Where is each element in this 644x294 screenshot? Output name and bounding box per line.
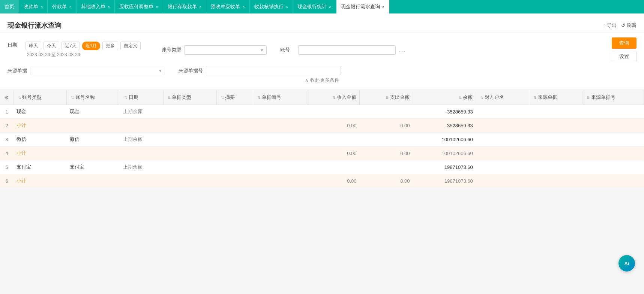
date-btn-more[interactable]: 更多 xyxy=(102,42,118,50)
collapse-label: 收起更多条件 xyxy=(310,77,339,84)
col-doc-no[interactable]: ⇅ 单据编号 xyxy=(253,90,306,105)
close-icon[interactable]: × xyxy=(382,4,384,9)
refresh-button[interactable]: ↺ 刷新 xyxy=(621,22,636,29)
chevron-down-icon: ▾ xyxy=(159,68,162,73)
close-icon[interactable]: × xyxy=(329,4,331,9)
account-label: 账号 xyxy=(280,46,295,53)
col-doc-type[interactable]: ⇅ 单据类型 xyxy=(163,90,216,105)
col-balance[interactable]: ⇅ 余额 xyxy=(413,90,476,105)
sort-icon: ⇅ xyxy=(18,96,21,100)
source-doc-no-label: 来源单据号 xyxy=(179,67,203,74)
filter-area: 日期 昨天 今天 近7天 近1月 更多 自定义 2023-02-24 至 202… xyxy=(0,33,644,90)
page-title: 现金银行流水查询 xyxy=(8,21,62,30)
settings-button[interactable]: 设置 xyxy=(612,51,636,62)
account-type-select[interactable]: ▾ xyxy=(184,45,267,55)
date-btn-7days[interactable]: 近7天 xyxy=(62,42,80,50)
sort-icon: ⇅ xyxy=(257,96,260,100)
close-icon[interactable]: × xyxy=(156,4,158,9)
top-navigation: 首页 收款单 × 付款单 × 其他收入单 × 应收应付调整单 × 银行存取款单 … xyxy=(0,0,644,13)
sort-icon: ⇅ xyxy=(533,96,536,100)
filter-row-2: 来源单据 ▾ 来源单据号 xyxy=(8,66,636,75)
table-row: 2小计0.000.00-3528659.33 xyxy=(0,119,644,133)
more-dots-icon[interactable]: ... xyxy=(399,46,406,53)
source-doc-select[interactable]: ▾ xyxy=(30,66,165,75)
header-actions: ↑ 导出 ↺ 刷新 xyxy=(603,22,637,29)
col-expense[interactable]: ⇅ 支出金额 xyxy=(360,90,413,105)
chevron-down-icon: ▾ xyxy=(261,47,263,53)
sort-icon: ⇅ xyxy=(124,96,127,100)
col-counterpart[interactable]: ⇅ 对方户名 xyxy=(476,90,529,105)
sort-icon: ⇅ xyxy=(459,96,462,100)
table-row: 1现金现金上期余额-3528659.33 xyxy=(0,105,644,119)
data-table: ⚙ ⇅ 账号类型 ⇅ 账号名称 ⇅ 日期 ⇅ 单据类型 xyxy=(0,90,644,188)
close-icon[interactable]: × xyxy=(108,4,110,9)
col-date[interactable]: ⇅ 日期 xyxy=(120,90,163,105)
close-icon[interactable]: × xyxy=(242,4,245,9)
chevron-up-icon: ∧ xyxy=(305,78,309,83)
nav-bank-deposit[interactable]: 银行存取款单 × xyxy=(163,0,206,13)
col-summary[interactable]: ⇅ 摘要 xyxy=(216,90,253,105)
sort-icon: ⇅ xyxy=(168,96,171,100)
close-icon[interactable]: × xyxy=(199,4,201,9)
table-row: 5支付宝支付宝上期余额19871073.60 xyxy=(0,160,644,174)
source-doc-no-input[interactable] xyxy=(206,66,341,75)
col-source-doc[interactable]: ⇅ 来源单据 xyxy=(529,90,582,105)
date-btn-today[interactable]: 今天 xyxy=(44,42,59,50)
date-btn-yesterday[interactable]: 昨天 xyxy=(26,42,41,50)
sort-icon: ⇅ xyxy=(587,96,590,100)
sort-icon: ⇅ xyxy=(332,96,335,100)
close-icon[interactable]: × xyxy=(286,4,288,9)
sort-icon: ⇅ xyxy=(480,96,483,100)
table-header-row: ⚙ ⇅ 账号类型 ⇅ 账号名称 ⇅ 日期 ⇅ 单据类型 xyxy=(0,90,644,105)
filter-row-1: 日期 昨天 今天 近7天 近1月 更多 自定义 2023-02-24 至 202… xyxy=(8,37,636,62)
date-buttons: 昨天 今天 近7天 近1月 更多 自定义 xyxy=(26,42,141,50)
nav-payment[interactable]: 付款单 × xyxy=(48,0,76,13)
col-account-name[interactable]: ⇅ 账号名称 xyxy=(67,90,120,105)
nav-bank-stats[interactable]: 现金银行统计 × xyxy=(293,0,336,13)
export-button[interactable]: ↑ 导出 xyxy=(603,22,617,29)
nav-receipt-execute[interactable]: 收款核销执行 × xyxy=(250,0,293,13)
collapse-bar[interactable]: ∧ 收起更多条件 xyxy=(8,75,636,85)
sort-icon: ⇅ xyxy=(386,96,389,100)
page-header: 现金银行流水查询 ↑ 导出 ↺ 刷新 xyxy=(0,13,644,33)
query-button[interactable]: 查询 xyxy=(612,37,636,49)
date-btn-1month[interactable]: 近1月 xyxy=(82,42,101,50)
table-row: 4小计0.000.00100102606.60 xyxy=(0,146,644,160)
nav-prepay-offset[interactable]: 预收冲应收单 × xyxy=(206,0,249,13)
export-icon: ↑ xyxy=(603,22,606,28)
col-settings[interactable]: ⚙ xyxy=(0,90,14,105)
date-range: 2023-02-24 至 2023-03-24 xyxy=(27,52,141,58)
date-filter-label: 日期 xyxy=(8,42,23,48)
data-table-container: ⚙ ⇅ 账号类型 ⇅ 账号名称 ⇅ 日期 ⇅ 单据类型 xyxy=(0,90,644,188)
nav-other-income[interactable]: 其他收入单 × xyxy=(77,0,115,13)
account-input[interactable] xyxy=(298,45,396,55)
col-account-type[interactable]: ⇅ 账号类型 xyxy=(14,90,67,105)
col-source-doc-no[interactable]: ⇅ 来源单据号 xyxy=(582,90,644,105)
source-doc-label: 来源单据 xyxy=(8,67,27,74)
nav-bank-flow[interactable]: 现金银行流水查询 × xyxy=(336,0,389,13)
nav-adjustment[interactable]: 应收应付调整单 × xyxy=(115,0,163,13)
table-settings-icon[interactable]: ⚙ xyxy=(5,95,9,100)
refresh-icon: ↺ xyxy=(621,22,625,28)
sort-icon: ⇅ xyxy=(221,96,224,100)
filter-actions: 查询 设置 xyxy=(612,37,636,62)
sort-icon: ⇅ xyxy=(71,96,74,100)
close-icon[interactable]: × xyxy=(69,4,71,9)
nav-receipt[interactable]: 收款单 × xyxy=(19,0,48,13)
col-income[interactable]: ⇅ 收入金额 xyxy=(306,90,360,105)
account-type-label: 账号类型 xyxy=(162,46,181,53)
close-icon[interactable]: × xyxy=(41,4,43,9)
table-row: 6小计0.000.0019871073.60 xyxy=(0,174,644,188)
nav-home[interactable]: 首页 xyxy=(0,0,19,13)
table-row: 3微信微信上期余额100102606.60 xyxy=(0,133,644,146)
date-btn-custom[interactable]: 自定义 xyxy=(120,42,141,50)
